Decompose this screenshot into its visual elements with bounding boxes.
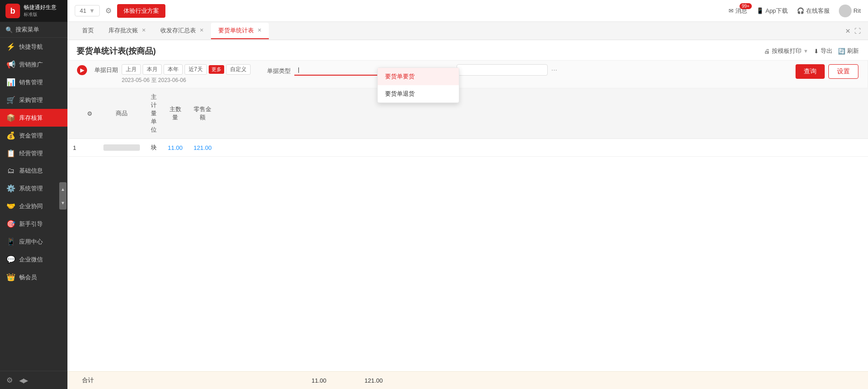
sidebar-item-sales[interactable]: 📊 销售管理 (0, 73, 67, 91)
last-month-button[interactable]: 上月 (122, 64, 141, 75)
this-year-button[interactable]: 本年 (164, 64, 183, 75)
sidebar-item-quick-nav[interactable]: ⚡ 快捷导航 (0, 38, 67, 56)
refresh-button[interactable]: 🔄 刷新 (838, 47, 859, 55)
sidebar-item-label: 应用中心 (19, 238, 43, 246)
tab-maximize[interactable]: ⛶ (854, 27, 861, 35)
sidebar-item-system[interactable]: ⚙️ 系统管理 (0, 179, 67, 197)
tab-batch-account-label: 库存批次账 (108, 26, 138, 35)
sidebar: b 畅捷通好生意 标准版 🔍 搜索菜单 ⚡ 快捷导航 📢 营销推广 📊 销售管理… (0, 0, 67, 389)
sidebar-item-member[interactable]: 👑 畅会员 (0, 268, 67, 286)
tab-close-all[interactable]: ✕ (845, 27, 851, 35)
user-avatar[interactable]: Rit (839, 5, 861, 17)
company-dropdown-icon: ▼ (89, 7, 95, 14)
sidebar-item-label: 营销推广 (19, 61, 43, 69)
header-gear-button[interactable]: ⚙ (105, 6, 112, 15)
col-settings[interactable]: ⚙ (82, 88, 98, 139)
marketing-icon: 📢 (6, 60, 15, 69)
this-month-button[interactable]: 本月 (143, 64, 162, 75)
scroll-up-btn[interactable]: ▲ (59, 182, 67, 196)
tab-batch-account[interactable]: 库存批次账 ✕ (101, 23, 153, 39)
sidebar-item-label: 基础信息 (19, 167, 43, 175)
sidebar-item-enterprise[interactable]: 🤝 企业协同 (0, 197, 67, 215)
company-selector[interactable]: 41 ▼ (75, 5, 100, 16)
sidebar-item-label: 资金管理 (19, 132, 43, 140)
app-download-button[interactable]: 📱 App下载 (756, 7, 788, 15)
sidebar-item-basic[interactable]: 🗂 基础信息 (0, 162, 67, 179)
footer-amount: 121.00 (346, 377, 401, 384)
more-date-button[interactable]: 更多 (209, 65, 224, 74)
export-icon: ⬇ (814, 48, 819, 55)
col-amount: 零售金额 (188, 88, 217, 139)
print-dropdown-icon: ▼ (803, 48, 808, 54)
tab-receipt-summary-label: 收发存汇总表 (160, 26, 196, 35)
wechat-icon: 💬 (6, 255, 15, 264)
warehouse-more-icon[interactable]: ··· (551, 66, 557, 74)
tab-receipt-summary[interactable]: 收发存汇总表 ✕ (153, 23, 211, 39)
messages-badge: 99+ (740, 3, 752, 9)
system-icon: ⚙️ (6, 184, 15, 193)
tab-receipt-summary-close[interactable]: ✕ (200, 27, 204, 33)
message-icon: ✉ (729, 7, 734, 14)
sidebar-item-wechat[interactable]: 💬 企业微信 (0, 251, 67, 268)
sidebar-item-label: 新手引导 (19, 220, 43, 228)
row-amount[interactable]: 121.00 (188, 139, 217, 157)
basic-icon: 🗂 (6, 167, 15, 175)
sidebar-item-appstore[interactable]: 📱 应用中心 (0, 233, 67, 251)
row-product: ████████ (98, 139, 145, 157)
settings-bottom-icon[interactable]: ⚙ (6, 376, 13, 384)
sidebar-item-marketing[interactable]: 📢 营销推广 (0, 56, 67, 73)
search-menu-label: 搜索菜单 (15, 26, 39, 34)
sidebar-item-inventory[interactable]: 📦 库存核算 (0, 109, 67, 127)
tab-batch-account-close[interactable]: ✕ (142, 27, 146, 33)
scroll-down-btn[interactable]: ▼ (59, 196, 67, 210)
table-wrap: ⚙ 商品 主计量单位 主数量 零售金额 1 ████████ (67, 88, 868, 157)
date-range-text: 2023-05-06 至 2023-06-06 (122, 77, 186, 84)
quick-nav-icon: ⚡ (6, 42, 15, 51)
date-buttons: 上月 本月 本年 近7天 更多 自定义 2023-05-06 至 2023-06… (122, 64, 251, 84)
settings-button[interactable]: 设置 (828, 64, 858, 79)
table-header-row: ⚙ 商品 主计量单位 主数量 零售金额 (67, 88, 868, 139)
tab-requisition-stats[interactable]: 要货单统计表 ✕ (211, 23, 269, 39)
online-service-button[interactable]: 🎧 在线客服 (797, 7, 830, 15)
collapse-icon[interactable]: ◀▶ (19, 377, 27, 384)
tab-home[interactable]: 首页 (75, 23, 101, 39)
page-header: 要货单统计表(按商品) 🖨 按模板打印 ▼ ⬇ 导出 🔄 刷新 (67, 40, 868, 60)
dropdown-item-requisition-return[interactable]: 要货单退货 (378, 85, 459, 102)
date-filter-label: 单据日期 (94, 64, 118, 74)
sidebar-bottom: ⚙ ◀▶ (0, 371, 67, 389)
tab-requisition-stats-close[interactable]: ✕ (257, 27, 262, 33)
logo-sub: 标准版 (24, 11, 56, 18)
sidebar-item-purchase[interactable]: 🛒 采购管理 (0, 91, 67, 109)
filter-expand-button[interactable]: ▶ (77, 65, 87, 75)
avatar-img (839, 5, 852, 17)
industry-plan-button[interactable]: 体验行业方案 (117, 4, 165, 18)
purchase-icon: 🛒 (6, 96, 15, 104)
sidebar-logo: b 畅捷通好生意 标准版 (0, 0, 67, 22)
custom-date-button[interactable]: 自定义 (226, 64, 251, 75)
row-quantity[interactable]: 11.00 (162, 139, 188, 157)
doc-type-label: 单据类型 (267, 65, 291, 75)
sidebar-item-guide[interactable]: 🎯 新手引导 (0, 215, 67, 233)
product-placeholder: ████████ (103, 144, 140, 151)
sales-icon: 📊 (6, 78, 15, 87)
query-button[interactable]: 查询 (796, 64, 825, 79)
sidebar-item-operation[interactable]: 📋 经营管理 (0, 144, 67, 162)
messages-button[interactable]: ✉ 消息 99+ (729, 7, 747, 15)
print-template-label: 按模板打印 (772, 47, 801, 55)
row-no: 1 (67, 139, 82, 157)
col-quantity: 主数量 (162, 88, 188, 139)
warehouse-input[interactable] (457, 64, 548, 76)
dropdown-item-requisition-order[interactable]: 要货单要货 (378, 68, 459, 85)
sidebar-item-finance[interactable]: 💰 资金管理 (0, 127, 67, 144)
print-icon: 🖨 (764, 48, 770, 55)
doc-type-dropdown: 要货单要货 要货单退货 (377, 67, 459, 103)
date-row-2: 2023-05-06 至 2023-06-06 (122, 77, 251, 84)
search-menu[interactable]: 🔍 搜索菜单 (0, 22, 67, 38)
recent-7-button[interactable]: 近7天 (185, 64, 207, 75)
export-button[interactable]: ⬇ 导出 (814, 47, 832, 55)
page-actions: 🖨 按模板打印 ▼ ⬇ 导出 🔄 刷新 (764, 47, 859, 55)
export-label: 导出 (821, 47, 832, 55)
print-template-button[interactable]: 🖨 按模板打印 ▼ (764, 47, 808, 55)
sidebar-item-label: 采购管理 (19, 96, 43, 104)
date-row-1: 上月 本月 本年 近7天 更多 自定义 (122, 64, 251, 75)
